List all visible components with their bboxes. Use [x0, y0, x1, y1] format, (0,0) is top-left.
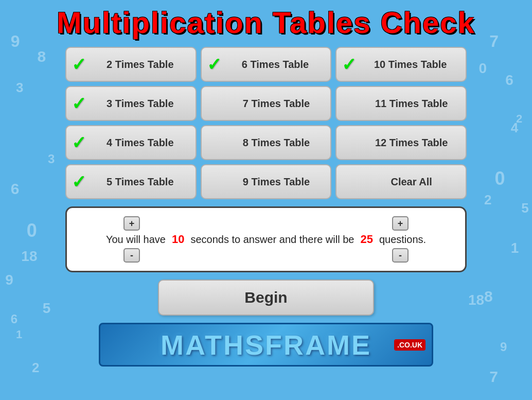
questions-minus-button[interactable]: - [392, 248, 409, 263]
middle-text: seconds to answer and there will be [190, 234, 354, 246]
settings-panel: + + You will have 10 seconds to answer a… [65, 206, 467, 272]
prefix-text: You will have [106, 234, 166, 246]
table-btn-label-10: 10 Times Table [360, 59, 460, 71]
table-btn-clear[interactable]: Clear All [335, 164, 467, 199]
checkmark-5: ✓ [72, 173, 86, 190]
table-btn-11[interactable]: 11 Times Table [335, 86, 467, 121]
table-btn-label-8: 8 Times Table [227, 137, 326, 149]
seconds-minus-button[interactable]: - [123, 248, 140, 263]
table-btn-5[interactable]: ✓5 Times Table [65, 164, 197, 199]
mathsframe-logo: MATHSFRAME .CO.UK [99, 323, 433, 367]
questions-value: 25 [360, 233, 373, 246]
suffix-text: questions. [379, 234, 426, 246]
table-btn-label-clear: Clear All [362, 176, 460, 188]
logo-suffix: .CO.UK [394, 339, 425, 351]
checkmark-4: ✓ [72, 134, 86, 151]
checkmark-6: ✓ [207, 56, 221, 73]
table-btn-2[interactable]: ✓2 Times Table [65, 47, 197, 82]
page-title: Multiplication Tables Check [57, 5, 475, 40]
table-btn-10[interactable]: ✓10 Times Table [335, 47, 467, 82]
seconds-value: 10 [172, 233, 184, 246]
table-btn-3[interactable]: ✓3 Times Table [65, 86, 197, 121]
table-btn-label-7: 7 Times Table [227, 98, 326, 110]
table-btn-9[interactable]: 9 Times Table [201, 164, 332, 199]
checkmark-3: ✓ [72, 95, 86, 112]
table-btn-label-12: 12 Times Table [362, 137, 460, 149]
settings-text-row: You will have 10 seconds to answer and t… [106, 233, 426, 246]
table-btn-label-6: 6 Times Table [225, 59, 326, 71]
table-btn-12[interactable]: 12 Times Table [335, 125, 467, 160]
tables-grid: ✓2 Times Table✓6 Times Table✓10 Times Ta… [65, 47, 467, 199]
logo-text: MATHSFRAME [161, 329, 371, 361]
checkmark-10: ✓ [342, 56, 356, 73]
table-btn-4[interactable]: ✓4 Times Table [65, 125, 197, 160]
begin-button[interactable]: Begin [158, 280, 374, 316]
table-btn-8[interactable]: 8 Times Table [201, 125, 332, 160]
table-btn-7[interactable]: 7 Times Table [201, 86, 332, 121]
table-btn-6[interactable]: ✓6 Times Table [201, 47, 332, 82]
checkmark-2: ✓ [72, 56, 86, 73]
table-btn-label-4: 4 Times Table [90, 137, 190, 149]
table-btn-label-9: 9 Times Table [227, 176, 326, 188]
table-btn-label-3: 3 Times Table [90, 98, 190, 110]
questions-plus-button[interactable]: + [392, 216, 409, 231]
table-btn-label-11: 11 Times Table [362, 98, 460, 110]
seconds-plus-button[interactable]: + [123, 216, 140, 231]
table-btn-label-5: 5 Times Table [90, 176, 190, 188]
table-btn-label-2: 2 Times Table [90, 59, 190, 71]
